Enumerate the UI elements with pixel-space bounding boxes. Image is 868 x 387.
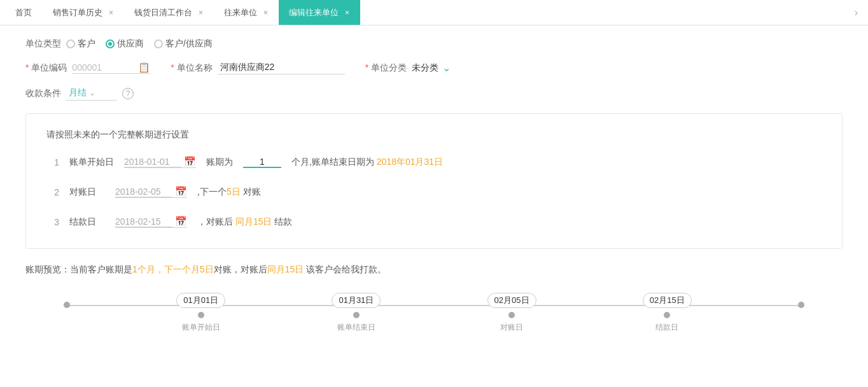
radio-customer[interactable]: 客户: [66, 38, 95, 50]
tab-close-cash-work[interactable]: ×: [199, 8, 203, 17]
unit-category-value: 未分类: [412, 62, 438, 74]
radio-label-supplier: 供应商: [117, 38, 144, 50]
node-tag-3: 02月05日: [487, 293, 536, 308]
unit-code-field: 单位编码 📋: [25, 62, 150, 74]
preview-p3: 同月15日: [267, 264, 304, 274]
timeline-nodes: 01月01日 账单开始日 01月31日 账单结束日 02月05日 对账日 02月…: [64, 293, 804, 333]
reconcile-desc: ,下一个5日 对账: [197, 186, 261, 198]
unit-name-input[interactable]: [218, 61, 345, 74]
payment-date-calendar-icon[interactable]: 📅: [175, 216, 187, 227]
reconcile-date-calendar-icon[interactable]: 📅: [175, 186, 187, 197]
tab-sales-history[interactable]: 销售订单历史 ×: [43, 0, 124, 25]
radio-label-customer: 客户: [78, 38, 95, 50]
unit-type-row: 单位类型 客户 供应商 客户/供应商: [25, 38, 843, 50]
payment-term-value: 月结: [69, 87, 87, 99]
help-icon[interactable]: ?: [122, 88, 134, 99]
preview-p2: 下一个月5日: [164, 264, 214, 274]
timeline-end-dot: [798, 302, 804, 308]
unit-category-field: 单位分类 未分类 ⌄: [365, 62, 451, 74]
payment-term-row: 收款条件 月结 ⌄ ?: [25, 86, 843, 101]
timeline-node-1: 01月01日 账单开始日: [176, 293, 225, 333]
timeline-wrapper: 01月01日 账单开始日 01月31日 账单结束日 02月05日 对账日 02月…: [25, 293, 843, 333]
timeline-inner: 01月01日 账单开始日 01月31日 账单结束日 02月05日 对账日 02月…: [25, 293, 843, 333]
period-row-2: 2 对账日 📅 ,下一个5日 对账: [46, 186, 822, 198]
unit-name-field: 单位名称: [171, 61, 344, 74]
unit-name-label: 单位名称: [171, 62, 212, 74]
unit-code-label: 单位编码: [25, 62, 67, 74]
payment-term-field: 收款条件 月结 ⌄ ?: [25, 86, 134, 101]
unit-category-label: 单位分类: [365, 62, 407, 74]
unit-code-icon[interactable]: 📋: [138, 62, 150, 73]
period-num-1: 1: [46, 157, 59, 167]
unit-details-row: 单位编码 📋 单位名称 单位分类 未分类 ⌄: [25, 61, 843, 74]
radio-customer-supplier[interactable]: 客户/供应商: [154, 38, 213, 50]
tab-edit-partner[interactable]: 编辑往来单位 ×: [279, 0, 360, 25]
node-tag-4: 02月15日: [643, 293, 692, 308]
node-label-4: 结款日: [655, 322, 678, 333]
preview-suffix: 该客户会给我打款。: [306, 264, 386, 274]
unit-code-input[interactable]: [72, 62, 136, 73]
preview-prefix: 账期预览：当前客户账期是: [25, 264, 132, 274]
payment-date-input[interactable]: [115, 216, 172, 227]
timeline-left-dot: [64, 302, 70, 308]
timeline-node-2: 01月31日 账单结束日: [332, 293, 381, 333]
period-end-date-highlight: 2018年01月31日: [377, 157, 443, 167]
start-date-input-wrapper: 📅: [124, 156, 196, 168]
radio-label-customer-supplier: 客户/供应商: [165, 38, 213, 50]
reconcile-date-input-wrapper: 📅: [115, 186, 187, 198]
node-label-2: 账单结束日: [337, 322, 375, 333]
period-num-3: 3: [46, 217, 59, 227]
unit-type-label: 单位类型: [25, 38, 61, 50]
timeline-node-4: 02月15日 结款日: [643, 293, 692, 333]
radio-circle-customer-supplier: [154, 39, 163, 48]
node-dot-3: [508, 312, 515, 318]
node-dot-4: [664, 312, 670, 318]
timeline-right-dot: [798, 302, 804, 308]
tab-close-sales-history[interactable]: ×: [109, 8, 113, 17]
reconcile-day-highlight: 5日: [227, 186, 241, 197]
tab-close-partner[interactable]: ×: [263, 8, 268, 17]
period-months-input[interactable]: [243, 157, 281, 168]
period-row-3: 3 结款日 📅 ，对账后 同月15日 结款: [46, 216, 822, 228]
payment-term-label: 收款条件: [25, 88, 61, 99]
tabs-bar: 首页 销售订单历史 × 钱货日清工作台 × 往来单位 × 编辑往来单位 × ›: [0, 0, 868, 25]
period-settings-box: 请按照未来的一个完整帐期进行设置 1 账单开始日 📅 账期为 个月,账单结束日期…: [25, 113, 843, 249]
unit-category-arrow-icon[interactable]: ⌄: [442, 62, 451, 74]
node-label-3: 对账日: [500, 322, 523, 333]
start-date-input[interactable]: [124, 157, 181, 167]
node-dot-1: [198, 312, 204, 318]
unit-code-input-wrapper: 📋: [72, 62, 150, 74]
preview-middle: 对账，对账后: [214, 264, 267, 274]
period-label-3: 结款日: [69, 216, 105, 228]
period-desc-before-input: 账期为: [206, 157, 233, 168]
period-num-2: 2: [46, 187, 59, 197]
radio-circle-supplier: [106, 39, 115, 48]
main-content: 单位类型 客户 供应商 客户/供应商 单位编码: [0, 25, 868, 387]
tab-more-arrow[interactable]: ›: [850, 7, 863, 18]
tab-partner[interactable]: 往来单位 ×: [214, 0, 279, 25]
start-date-calendar-icon[interactable]: 📅: [184, 156, 196, 167]
period-label-2: 对账日: [69, 186, 105, 198]
payment-day-highlight: 同月15日: [235, 216, 272, 227]
tab-close-edit-partner[interactable]: ×: [345, 8, 349, 17]
preview-text: 账期预览：当前客户账期是1个月，下一个月5日对账，对账后同月15日 该客户会给我…: [25, 262, 843, 278]
period-box-title: 请按照未来的一个完整帐期进行设置: [46, 129, 822, 141]
payment-date-input-wrapper: 📅: [115, 216, 187, 228]
unit-category-dropdown[interactable]: 未分类 ⌄: [412, 62, 451, 74]
payment-term-dropdown-icon: ⌄: [89, 88, 95, 97]
period-row-1: 1 账单开始日 📅 账期为 个月,账单结束日期为 2018年01月31日: [46, 156, 822, 168]
radio-supplier[interactable]: 供应商: [106, 38, 144, 50]
period-label-1: 账单开始日: [69, 157, 114, 168]
tab-home[interactable]: 首页: [5, 0, 43, 25]
node-tag-1: 01月01日: [176, 293, 225, 308]
radio-circle-customer: [66, 39, 75, 48]
timeline-start-dot: [64, 302, 70, 308]
reconcile-date-input[interactable]: [115, 186, 172, 197]
timeline-node-3: 02月05日 对账日: [487, 293, 536, 333]
node-tag-2: 01月31日: [332, 293, 381, 308]
period-desc-after-input: 个月,账单结束日期为 2018年01月31日: [291, 157, 443, 168]
unit-type-field: 单位类型 客户 供应商 客户/供应商: [25, 38, 213, 50]
payment-term-select[interactable]: 月结 ⌄: [66, 86, 117, 101]
preview-p1: 1个月，: [132, 264, 164, 274]
tab-cash-work[interactable]: 钱货日清工作台 ×: [124, 0, 214, 25]
